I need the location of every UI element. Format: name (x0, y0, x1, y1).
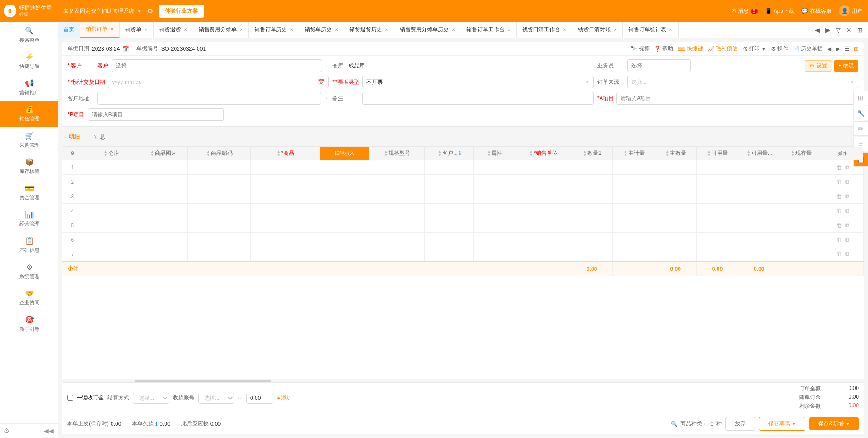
cell-customer-code-2[interactable] (425, 175, 474, 189)
cell-spec-2[interactable] (369, 175, 425, 189)
delete-icon-1[interactable]: 🗑 (836, 164, 842, 171)
delete-icon-7[interactable]: 🗑 (836, 250, 842, 257)
add-payment-link[interactable]: ● 添加 (277, 394, 292, 402)
th-code[interactable]: ▲▼商品编码 (188, 147, 250, 160)
a-project-input[interactable] (616, 92, 858, 105)
cell-product-4[interactable] (250, 204, 320, 218)
cell-spec-3[interactable] (369, 189, 425, 204)
tab-close-2[interactable]: ✕ (144, 27, 148, 32)
cell-scan-5[interactable] (320, 218, 369, 233)
cell-product-2[interactable] (250, 175, 320, 189)
cell-customer-code-4[interactable] (425, 204, 474, 218)
tab-close-6[interactable]: ✕ (335, 27, 338, 32)
th-qty2[interactable]: ▲▼数量2 (571, 147, 613, 160)
th-warehouse[interactable]: ▲▼仓库 (83, 147, 139, 160)
cell-warehouse-1[interactable] (83, 160, 139, 175)
profit-btn[interactable]: 📈 毛利预估 (708, 45, 737, 53)
cell-code-1[interactable] (188, 160, 250, 175)
help-btn[interactable]: ❓ 帮助 (654, 45, 673, 53)
tab-11[interactable]: 钱货日清对账✕ (572, 22, 623, 38)
cell-available-6[interactable] (696, 233, 738, 247)
tab-close-10[interactable]: ✕ (563, 27, 567, 32)
cell-unit-3[interactable] (515, 189, 571, 204)
cell-available2-7[interactable] (738, 247, 780, 262)
sidebar-item-6[interactable]: 💳 资金管理 (0, 179, 58, 206)
settings-bottom-icon[interactable]: ⚙ (4, 427, 10, 434)
cell-scan-4[interactable] (320, 204, 369, 218)
cell-unit-5[interactable] (515, 218, 571, 233)
th-product[interactable]: ▲▼*商品 (250, 147, 320, 160)
cell-stock-7[interactable] (780, 247, 822, 262)
copy-icon-7[interactable]: ⧉ (845, 250, 849, 257)
delete-icon-2[interactable]: 🗑 (836, 178, 842, 185)
sidebar-item-3[interactable]: 💰 销售管理 (0, 101, 58, 127)
cell-scan-7[interactable] (320, 247, 369, 262)
tab-3[interactable]: 销货退货✕ (154, 22, 193, 38)
cell-available-2[interactable] (696, 175, 738, 189)
invoice-select[interactable]: 不开票 ▼ (362, 76, 593, 88)
online-support-item[interactable]: 💬 在线客服 (801, 7, 832, 15)
cell-main-qty-5[interactable] (655, 218, 696, 233)
cell-customer-code-7[interactable] (425, 247, 474, 262)
cell-main-unit-5[interactable] (613, 218, 655, 233)
payment-method-select[interactable]: 选择... (133, 393, 169, 404)
sidebar-item-7[interactable]: 📊 经营管理 (0, 206, 58, 232)
cell-spec-6[interactable] (369, 233, 425, 247)
cell-customer-code-6[interactable] (425, 233, 474, 247)
save-draft-button[interactable]: 保存草稿 ▼ (759, 417, 805, 431)
cell-code-3[interactable] (188, 189, 250, 204)
user-item[interactable]: 👤 用户 (839, 5, 863, 16)
cell-scan-2[interactable] (320, 175, 369, 189)
nav-next-btn[interactable]: ▶ (836, 46, 840, 52)
collapse-icon[interactable]: ◀◀ (44, 427, 54, 434)
remark-input[interactable] (362, 92, 593, 105)
cell-attr-2[interactable] (473, 175, 515, 189)
cell-warehouse-6[interactable] (83, 233, 139, 247)
cell-attr-6[interactable] (473, 233, 515, 247)
sidebar-item-0[interactable]: 🔍 搜索菜单 (0, 22, 58, 48)
tab-6[interactable]: 销货单历史✕ (299, 22, 344, 38)
shortcut-btn[interactable]: ⌨ 快捷键 (678, 45, 703, 53)
tab-5[interactable]: 销售订单历史✕ (249, 22, 299, 38)
cell-main-unit-4[interactable] (613, 204, 655, 218)
cell-attr-4[interactable] (473, 204, 515, 218)
b-project-input[interactable] (88, 108, 224, 121)
tab-0[interactable]: 首页 (58, 22, 80, 38)
cell-qty2-3[interactable] (571, 189, 613, 204)
add-material-button[interactable]: + 物流 (834, 60, 858, 72)
th-stock[interactable]: ▲▼现存量 (780, 147, 822, 160)
cell-unit-7[interactable] (515, 247, 571, 262)
tab-8[interactable]: 销售费用分摊单历史✕ (394, 22, 461, 38)
debt-info-icon[interactable]: ℹ (155, 421, 158, 427)
delete-icon-4[interactable]: 🗑 (836, 207, 842, 214)
cell-product-6[interactable] (250, 233, 320, 247)
th-spec[interactable]: ▲▼规格型号 (369, 147, 425, 160)
copy-icon-2[interactable]: ⧉ (845, 178, 849, 185)
discard-button[interactable]: 放弃 (725, 417, 755, 431)
th-settings[interactable]: ⚙ (62, 147, 83, 160)
cell-main-unit-2[interactable] (613, 175, 655, 189)
th-main-qty[interactable]: ▲▼主数量 (655, 147, 696, 160)
cell-code-4[interactable] (188, 204, 250, 218)
cell-main-qty-4[interactable] (655, 204, 696, 218)
cell-main-unit-6[interactable] (613, 233, 655, 247)
cell-available2-1[interactable] (738, 160, 780, 175)
cell-attr-1[interactable] (473, 160, 515, 175)
warehouse-dots-icon[interactable]: ··· (369, 63, 374, 69)
cell-scan-6[interactable] (320, 233, 369, 247)
tab-10[interactable]: 钱货日清工作台✕ (517, 22, 572, 38)
cell-qty2-4[interactable] (571, 204, 613, 218)
cell-main-unit-3[interactable] (613, 189, 655, 204)
print-btn[interactable]: 🖨 打印 ▼ (742, 45, 766, 53)
cell-available2-4[interactable] (738, 204, 780, 218)
cell-customer-code-5[interactable] (425, 218, 474, 233)
copy-icon-6[interactable]: ⧉ (845, 236, 849, 243)
cell-scan-1[interactable] (320, 160, 369, 175)
cell-available2-6[interactable] (738, 233, 780, 247)
settings-button[interactable]: ⚙ 设置 (805, 60, 832, 72)
customer-dots-icon[interactable]: ··· (324, 63, 329, 69)
cell-main-qty-7[interactable] (655, 247, 696, 262)
float-btn-1[interactable]: ⊞ (853, 91, 868, 105)
cell-code-7[interactable] (188, 247, 250, 262)
cell-main-unit-7[interactable] (613, 247, 655, 262)
